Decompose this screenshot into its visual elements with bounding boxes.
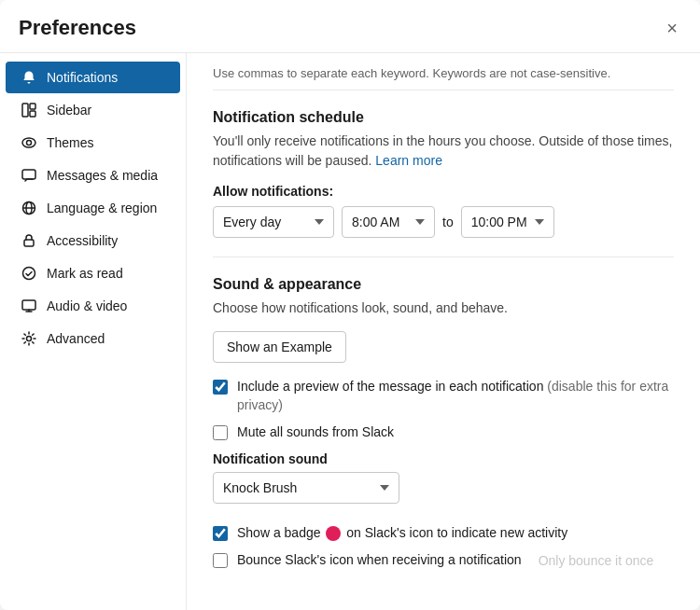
sound-title: Sound & appearance — [213, 276, 674, 293]
sidebar-item-themes[interactable]: Themes — [6, 127, 180, 159]
day-select[interactable]: Every day Weekdays Weekends Custom — [213, 206, 334, 238]
notification-sound-select[interactable]: Knock Brush Ding Hello Hummus Plink — [213, 472, 399, 504]
schedule-desc: You'll only receive notifications in the… — [213, 132, 674, 171]
svg-point-12 — [27, 337, 32, 341]
scroll-hint: Use commas to separate each keyword. Key… — [213, 53, 674, 90]
allow-label: Allow notifications: — [213, 184, 674, 199]
sidebar-item-notifications[interactable]: Notifications — [6, 62, 180, 93]
sidebar-item-label: Mark as read — [47, 266, 123, 281]
only-bounce-label: Only bounce it once — [539, 553, 654, 568]
badge-label[interactable]: Show a badge on Slack's icon to indicate… — [237, 524, 567, 543]
bell-icon — [21, 69, 37, 86]
sound-appearance-section: Sound & appearance Choose how notificati… — [213, 276, 674, 570]
bounce-checkbox[interactable] — [213, 553, 228, 568]
svg-point-3 — [22, 138, 35, 147]
mute-label[interactable]: Mute all sounds from Slack — [237, 423, 394, 442]
preferences-modal: Preferences × Notifications — [0, 0, 700, 610]
check-circle-icon — [21, 265, 37, 282]
globe-icon — [21, 200, 37, 216]
sidebar-item-label: Accessibility — [47, 233, 118, 248]
sidebar-item-label: Audio & video — [47, 298, 127, 313]
close-button[interactable]: × — [663, 15, 681, 41]
time-start-select[interactable]: 8:00 AM 9:00 AM 10:00 AM — [342, 206, 435, 238]
time-controls: Every day Weekdays Weekends Custom 8:00 … — [213, 206, 674, 238]
bounce-checkbox-row: Bounce Slack's icon when receiving a not… — [213, 551, 674, 570]
monitor-icon — [21, 298, 37, 314]
svg-rect-1 — [30, 104, 35, 109]
sidebar-item-messages[interactable]: Messages & media — [6, 159, 180, 191]
badge-icon — [326, 526, 341, 541]
eye-icon — [21, 134, 37, 151]
sidebar-item-advanced[interactable]: Advanced — [6, 323, 180, 354]
mute-checkbox-row: Mute all sounds from Slack — [213, 423, 674, 442]
main-content: Use commas to separate each keyword. Key… — [187, 53, 700, 610]
svg-point-4 — [27, 141, 32, 146]
sidebar: Notifications Sidebar — [0, 53, 187, 610]
show-example-button[interactable]: Show an Example — [213, 331, 346, 363]
sidebar-item-accessibility[interactable]: Accessibility — [6, 225, 180, 256]
time-end-select[interactable]: 10:00 PM 11:00 PM 12:00 AM — [461, 206, 554, 238]
modal-body: Notifications Sidebar — [0, 53, 700, 610]
bounce-label[interactable]: Bounce Slack's icon when receiving a not… — [237, 551, 522, 570]
schedule-title: Notification schedule — [213, 109, 674, 126]
svg-rect-0 — [22, 104, 28, 117]
sidebar-item-language[interactable]: Language & region — [6, 192, 180, 224]
to-label: to — [442, 215, 454, 229]
sidebar-item-sidebar[interactable]: Sidebar — [6, 94, 180, 126]
preview-label[interactable]: Include a preview of the message in each… — [237, 378, 674, 414]
notification-schedule-section: Notification schedule You'll only receiv… — [213, 109, 674, 238]
sidebar-item-label: Advanced — [47, 331, 105, 346]
sidebar-item-label: Messages & media — [47, 168, 158, 183]
sound-label: Notification sound — [213, 451, 674, 466]
preview-checkbox[interactable] — [213, 380, 228, 395]
layout-icon — [21, 102, 37, 118]
mute-checkbox[interactable] — [213, 425, 228, 440]
modal-title: Preferences — [19, 16, 136, 40]
section-divider — [213, 256, 674, 257]
svg-rect-9 — [24, 240, 34, 246]
lock-icon — [21, 232, 37, 249]
svg-point-10 — [23, 268, 35, 280]
badge-checkbox-row: Show a badge on Slack's icon to indicate… — [213, 524, 674, 543]
message-icon — [21, 167, 37, 184]
svg-rect-11 — [22, 300, 35, 310]
badge-checkbox[interactable] — [213, 526, 228, 541]
preview-checkbox-row: Include a preview of the message in each… — [213, 378, 674, 414]
sidebar-item-label: Themes — [47, 135, 94, 150]
learn-more-link[interactable]: Learn more — [375, 153, 442, 168]
svg-rect-2 — [30, 111, 35, 117]
sound-desc: Choose how notifications look, sound, an… — [213, 298, 674, 318]
modal-header: Preferences × — [0, 0, 700, 53]
sidebar-item-mark-as-read[interactable]: Mark as read — [6, 257, 180, 289]
sidebar-item-audio-video[interactable]: Audio & video — [6, 290, 180, 322]
sidebar-item-label: Language & region — [47, 201, 157, 215]
close-icon: × — [666, 19, 678, 37]
sidebar-item-label: Sidebar — [47, 103, 91, 118]
sidebar-item-label: Notifications — [47, 70, 118, 85]
gear-icon — [21, 330, 37, 347]
svg-rect-5 — [22, 170, 35, 179]
